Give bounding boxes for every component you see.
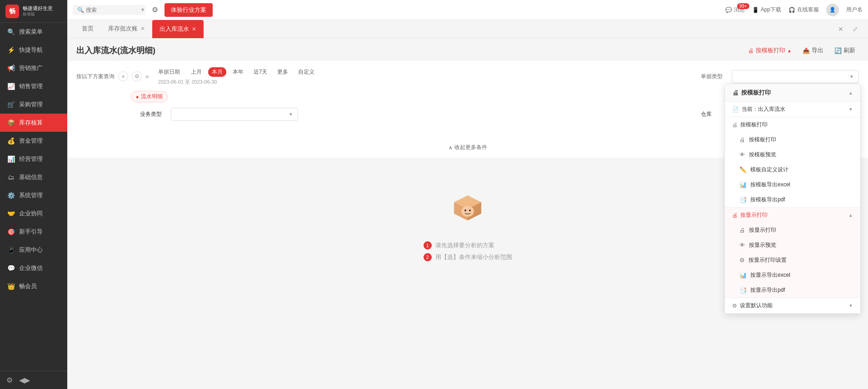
date-btn-last-month[interactable]: 上月: [187, 67, 205, 77]
date-btn-this-month[interactable]: 本月: [208, 67, 226, 77]
search-icon: 🔍: [6, 27, 15, 36]
tab-batch[interactable]: 库存批次账 ✕: [101, 20, 152, 38]
phone-icon: 📱: [752, 7, 759, 13]
avatar[interactable]: 👤: [826, 4, 839, 16]
display-print-header[interactable]: 🖨 按显示打印 ▲: [725, 208, 860, 223]
sidebar-item-finance[interactable]: 💰 资金管理: [0, 132, 67, 150]
sidebar-logo: 畅 畅捷通好生意 标准版: [0, 0, 67, 23]
sidebar-item-inventory[interactable]: 📦 库存核算: [0, 114, 67, 132]
tab-home[interactable]: 首页: [75, 20, 101, 38]
print-dropdown-panel: 🖨 按模板打印 ▲ 📄 当前：出入库流水 ▼: [724, 84, 861, 314]
main-content: 🔍 ▼ ⚙ 体验行业方案 💬 消息 99+ 📱 App下载 🎧 在线客服 👤: [67, 0, 868, 389]
sidebar-item-app-center[interactable]: 📱 应用中心: [0, 241, 67, 259]
chevron-down-icon[interactable]: ▼: [140, 7, 145, 12]
template-pdf-item[interactable]: 📑 按模板导出pdf: [725, 192, 860, 207]
default-setting-header[interactable]: ⚙ 设置默认功能 ▼: [725, 298, 860, 313]
preview-icon: 👁: [739, 151, 745, 158]
default-setting-section: ⚙ 设置默认功能 ▼: [725, 298, 860, 314]
sales-icon: 📈: [6, 82, 15, 91]
sidebar-item-search[interactable]: 🔍 搜索菜单: [0, 23, 67, 41]
display-preview-item[interactable]: 👁 按显示预览: [725, 238, 860, 253]
display-pdf-item[interactable]: 📑 按显示导出pdf: [725, 283, 860, 298]
close-window-icon[interactable]: ✕: [835, 25, 846, 34]
date-btn-this-year[interactable]: 本年: [229, 67, 247, 77]
page-content: 出入库流水(流水明细) 🖨 按模板打印 ▲ 📤 导出 🔄 刷新: [67, 38, 868, 389]
print-icon: 🖨: [732, 122, 738, 128]
sidebar-item-quick-nav[interactable]: ⚡ 快捷导航: [0, 41, 67, 59]
collapse-more-btn[interactable]: ∧ 收起更多条件: [449, 144, 487, 151]
svg-point-5: [464, 209, 466, 211]
sidebar-item-wechat[interactable]: 💬 企业微信: [0, 259, 67, 277]
template-excel-item[interactable]: 📊 按模板导出excel: [725, 177, 860, 192]
tab-close-batch[interactable]: ✕: [140, 25, 145, 32]
sidebar-item-purchase[interactable]: 🛒 采购管理: [0, 95, 67, 114]
filter-add-btn[interactable]: +: [118, 71, 128, 81]
default-icon: ⚙: [732, 303, 737, 309]
industry-btn[interactable]: 体验行业方案: [165, 3, 213, 17]
template-custom-item[interactable]: ✏️ 模板自定义设计: [725, 162, 860, 177]
sidebar-item-system[interactable]: ⚙️ 系统管理: [0, 186, 67, 204]
export-icon: 📤: [803, 47, 810, 54]
filter-collapse-btn[interactable]: «: [145, 73, 149, 80]
sidebar-item-basic[interactable]: 🗂 基础信息: [0, 168, 67, 186]
date-btn-7days[interactable]: 近7天: [250, 67, 271, 77]
maximize-window-icon[interactable]: ⤢: [850, 25, 861, 34]
gear-icon[interactable]: ⚙: [152, 5, 158, 14]
printer-icon: 🖨: [748, 47, 754, 54]
current-template-header[interactable]: 📄 当前：出入库流水 ▼: [725, 102, 860, 117]
date-btn-custom[interactable]: 自定义: [294, 67, 318, 77]
template-preview-item[interactable]: 👁 按模板预览: [725, 147, 860, 162]
search-input[interactable]: [86, 7, 140, 13]
display-print-item[interactable]: 🖨 按显示打印: [725, 223, 860, 238]
template-print-item[interactable]: 🖨 按模板打印: [725, 132, 860, 147]
chevron-up-icon[interactable]: ▲: [848, 90, 853, 95]
customer-service-btn[interactable]: 🎧 在线客服: [788, 6, 819, 14]
svg-point-6: [469, 209, 471, 211]
app-center-icon: 📱: [6, 245, 15, 254]
chevron-down-icon: ▼: [848, 107, 853, 112]
print-template-btn[interactable]: 🖨 按模板打印 ▲: [744, 45, 795, 56]
display-print-settings-item[interactable]: ⚙ 按显示打印设置: [725, 253, 860, 268]
app-download-btn[interactable]: 📱 App下载: [752, 6, 781, 14]
settings-icon[interactable]: ⚙: [6, 376, 13, 384]
export-btn[interactable]: 📤 导出: [799, 45, 827, 56]
enterprise-icon: 🤝: [6, 209, 15, 218]
search-icon: 🔍: [77, 7, 84, 13]
basic-icon: 🗂: [6, 173, 15, 182]
collapse-icon[interactable]: ◀▶: [19, 376, 30, 384]
sidebar-item-enterprise[interactable]: 🤝 企业协同: [0, 204, 67, 223]
display-excel-item[interactable]: 📊 按显示导出excel: [725, 268, 860, 283]
display-print-icon: 🖨: [732, 212, 738, 219]
topbar-right: 💬 消息 99+ 📱 App下载 🎧 在线客服 👤 用户名: [725, 4, 863, 16]
chevron-up-icon: ∧: [449, 145, 453, 151]
inventory-icon: 📦: [6, 118, 15, 127]
doc-type-select[interactable]: ▼: [732, 70, 859, 83]
template-print-header[interactable]: 🖨 按模板打印: [725, 117, 860, 132]
biz-type-select[interactable]: ▼: [171, 108, 298, 121]
print-dropdown-header: 🖨 按模板打印 ▲: [725, 84, 860, 102]
sidebar-item-guide[interactable]: 🎯 新手引导: [0, 223, 67, 241]
sidebar-item-member[interactable]: 👑 畅会员: [0, 277, 67, 295]
template-print-section: 🖨 按模板打印 🖨 按模板打印 👁 按模板预览 ✏️ 模板自定义设计: [725, 117, 860, 208]
date-filter: 单据日期 上月 本月 本年 近7天 更多 自定义 2023-06-01 至 20…: [158, 67, 319, 85]
print-item-icon: 🖨: [739, 136, 745, 143]
sidebar-item-marketing[interactable]: 📢 营销推广: [0, 59, 67, 77]
refresh-btn[interactable]: 🔄 刷新: [831, 45, 859, 56]
logo-icon: 畅: [5, 5, 19, 18]
date-label-row: 单据日期 上月 本月 本年 近7天 更多 自定义: [158, 67, 319, 77]
filter-controls: 按以下方案查询 + ⚙ «: [76, 71, 149, 81]
page-header: 出入库流水(流水明细) 🖨 按模板打印 ▲ 📤 导出 🔄 刷新: [67, 38, 868, 61]
tab-close-flow[interactable]: ✕: [192, 26, 196, 32]
filter-date-section: 单据日期 上月 本月 本年 近7天 更多 自定义 2023-06-01 至 20…: [158, 67, 692, 85]
message-btn[interactable]: 💬 消息 99+: [725, 6, 745, 14]
template-icon: 📄: [732, 106, 739, 113]
wechat-icon: 💬: [6, 264, 15, 273]
headset-icon: 🎧: [788, 7, 795, 13]
sidebar-item-operation[interactable]: 📊 经营管理: [0, 150, 67, 168]
filter-settings-btn[interactable]: ⚙: [132, 71, 142, 81]
tab-flow[interactable]: 出入库流水 ✕: [152, 20, 204, 38]
date-btn-more[interactable]: 更多: [274, 67, 292, 77]
search-box[interactable]: 🔍 ▼: [73, 5, 145, 15]
filter-tag-flow[interactable]: ● 流水明细: [131, 91, 168, 102]
sidebar-item-sales[interactable]: 📈 销售管理: [0, 77, 67, 95]
